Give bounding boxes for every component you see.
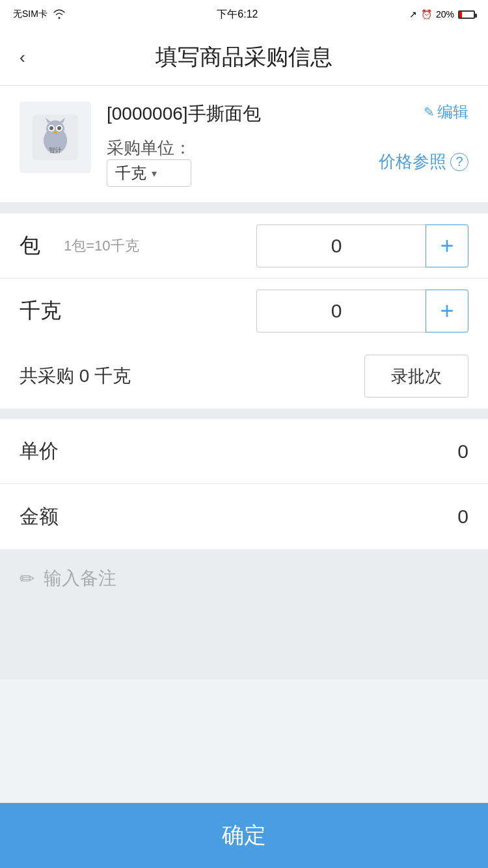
amount-row: 金额 0 xyxy=(0,484,488,549)
status-time: 下午6:12 xyxy=(217,8,258,21)
battery-percent: 20% xyxy=(436,9,454,20)
price-section: 单价 0 金额 0 xyxy=(0,419,488,549)
note-section[interactable]: ✏ 输入备注 xyxy=(0,549,488,679)
unit-label-group: 采购单位： 千克 ▾ xyxy=(107,137,191,187)
product-image: 智计 xyxy=(20,102,91,173)
kg-input-control: + xyxy=(256,290,468,332)
record-batch-button[interactable]: 录批次 xyxy=(364,355,468,398)
bag-quantity-input[interactable] xyxy=(256,224,426,267)
bag-sub-label: 1包=10千克 xyxy=(64,236,256,256)
page-title: 填写商品采购信息 xyxy=(156,42,332,72)
nav-icon: ↗ xyxy=(409,9,417,20)
section-divider-2 xyxy=(0,409,488,419)
product-name: [0000006]手撕面包 xyxy=(107,102,261,126)
input-row-kg: 千克 + xyxy=(0,278,488,344)
nav-bar: ‹ 填写商品采购信息 xyxy=(0,29,488,86)
main-content: 智计 [0000006]手撕面包 ✎ 编辑 采购单位： 千克 ▾ xyxy=(0,86,488,744)
edit-button[interactable]: ✎ 编辑 xyxy=(424,102,468,122)
battery-icon xyxy=(458,10,475,19)
help-icon: ? xyxy=(450,153,468,171)
unit-label: 采购单位： xyxy=(107,138,191,157)
kg-label: 千克 xyxy=(20,297,61,325)
edit-icon: ✎ xyxy=(424,104,435,120)
input-section: 包 1包=10千克 + 千克 + xyxy=(0,213,488,344)
alarm-icon: ⏰ xyxy=(421,9,432,20)
note-inner: ✏ 输入备注 xyxy=(20,566,468,591)
selected-unit: 千克 xyxy=(115,163,146,183)
status-right: ↗ ⏰ 20% xyxy=(409,9,475,20)
note-placeholder: 输入备注 xyxy=(44,566,116,591)
back-button[interactable]: ‹ xyxy=(20,49,25,66)
svg-text:智计: 智计 xyxy=(49,146,62,154)
bag-input-control: + xyxy=(256,224,468,267)
input-row-bags: 包 1包=10千克 + xyxy=(0,213,488,278)
product-info: [0000006]手撕面包 ✎ 编辑 采购单位： 千克 ▾ 价格参照 ? xyxy=(107,102,468,187)
product-card: 智计 [0000006]手撕面包 ✎ 编辑 采购单位： 千克 ▾ xyxy=(0,86,488,203)
svg-point-5 xyxy=(49,126,53,130)
pencil-icon: ✏ xyxy=(20,568,34,590)
unit-select[interactable]: 千克 ▾ xyxy=(107,159,191,187)
status-bar: 无SIM卡 下午6:12 ↗ ⏰ 20% xyxy=(0,0,488,29)
confirm-button[interactable]: 确定 xyxy=(0,803,488,868)
unit-price-label: 单价 xyxy=(20,438,59,465)
unit-price-value: 0 xyxy=(457,441,468,463)
edit-label: 编辑 xyxy=(437,102,468,122)
kg-quantity-input[interactable] xyxy=(256,290,426,332)
price-reference-link[interactable]: 价格参照 ? xyxy=(379,150,468,173)
product-header: [0000006]手撕面包 ✎ 编辑 xyxy=(107,102,468,126)
svg-point-6 xyxy=(57,126,61,130)
total-purchase-text: 共采购 0 千克 xyxy=(20,364,131,388)
amount-label: 金额 xyxy=(20,504,59,530)
amount-value: 0 xyxy=(457,506,468,528)
brand-logo: 智计 xyxy=(33,115,78,160)
bag-label: 包 xyxy=(20,232,59,260)
bag-plus-button[interactable]: + xyxy=(426,224,468,267)
summary-row: 共采购 0 千克 录批次 xyxy=(0,344,488,409)
price-ref-label: 价格参照 xyxy=(379,150,446,173)
section-divider-1 xyxy=(0,203,488,213)
unit-price-row: 单价 0 xyxy=(0,419,488,484)
sim-status: 无SIM卡 xyxy=(13,8,47,20)
kg-plus-button[interactable]: + xyxy=(426,290,468,332)
wifi-icon xyxy=(53,9,66,20)
status-left: 无SIM卡 xyxy=(13,8,66,20)
product-unit-row: 采购单位： 千克 ▾ 价格参照 ? xyxy=(107,137,468,187)
chevron-down-icon: ▾ xyxy=(152,167,157,180)
